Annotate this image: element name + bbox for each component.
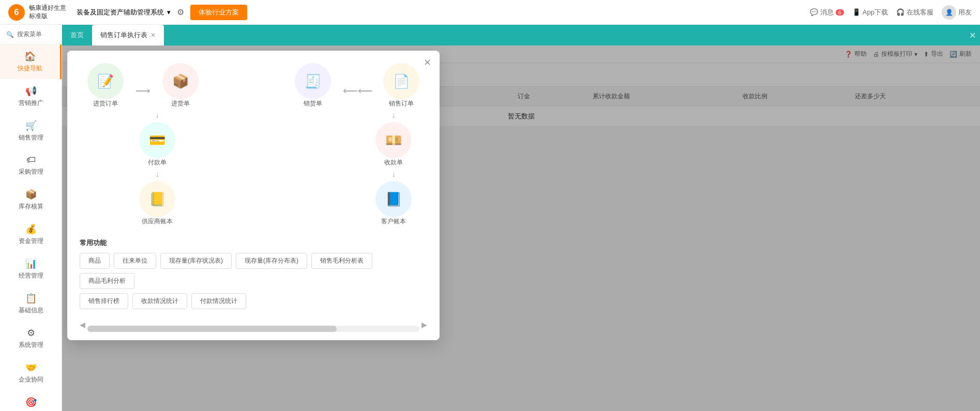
btn-product[interactable]: 商品 xyxy=(80,253,110,269)
arrow-down-payment: ↓ xyxy=(155,169,159,179)
sidebar-item-system[interactable]: ⚙ 系统管理 xyxy=(0,321,62,356)
common-section: 常用功能 商品 往来单位 现存量(库存状况表) 现存量(库存分布表) 销售毛利分… xyxy=(80,238,427,309)
arrow-down-purchase: ↓ xyxy=(155,110,159,120)
sales-bill-label: 销货单 xyxy=(304,99,322,108)
btn-payment-stat[interactable]: 付款情况统计 xyxy=(191,293,246,309)
sidebar-item-finance[interactable]: 💰 资金管理 xyxy=(0,217,62,252)
top-actions: 💬 消息 6 📱 App下载 🎧 在线客服 👤 用友 xyxy=(810,5,972,20)
message-icon: 💬 xyxy=(810,8,818,16)
sidebar-item-newbie[interactable]: 🎯 新手引导 xyxy=(0,390,62,411)
purchase-label: 进货单 xyxy=(171,99,190,108)
tab-bar: 首页 销售订单执行表 ✕ ✕ xyxy=(62,25,980,45)
newbie-icon: 🎯 xyxy=(25,397,37,408)
sidebar-item-marketing[interactable]: 📢 营销推广 xyxy=(0,79,62,114)
inventory-icon: 📦 xyxy=(25,189,37,200)
modal-close-btn[interactable]: ✕ xyxy=(424,57,431,68)
modal-scrollbar-row: ◀ ▶ xyxy=(80,317,427,332)
sidebar-item-inventory[interactable]: 📦 库存核算 xyxy=(0,182,62,217)
flow-col-sales-order: 📄 销售订单 xyxy=(375,63,427,108)
logo-text: 畅康通好生意 标准版 xyxy=(29,4,66,20)
sidebar-item-operations[interactable]: 📊 经营管理 xyxy=(0,252,62,286)
tab-close-all[interactable]: ✕ xyxy=(969,31,976,40)
customer-ledger-label: 客户账本 xyxy=(381,217,406,226)
scroll-right-arrow[interactable]: ▶ xyxy=(421,321,427,329)
sales-bill-node[interactable]: 🧾 xyxy=(295,63,331,99)
operations-icon: 📊 xyxy=(25,258,37,269)
sales-order-label: 销售订单 xyxy=(389,99,414,108)
btn-receipt-stat[interactable]: 收款情况统计 xyxy=(132,293,187,309)
settings-icon[interactable]: ⚙ xyxy=(177,7,184,17)
arrow-dashed-left: ⟵ ⟵ xyxy=(343,84,371,97)
arrow-down-sales-bill: ↓ xyxy=(391,110,396,120)
tab-home[interactable]: 首页 xyxy=(62,25,92,45)
search-menu[interactable]: 🔍 搜索菜单 xyxy=(0,25,62,44)
logo-area: 6 畅康通好生意 标准版 xyxy=(8,4,70,21)
purchase-icon: 🏷 xyxy=(26,155,36,165)
top-bar: 6 畅康通好生意 标准版 装备及固定资产辅助管理系统 ▾ ⚙ 体验行业方案 💬 … xyxy=(0,0,980,25)
online-service-btn[interactable]: 🎧 在线客服 xyxy=(896,8,933,17)
experience-btn[interactable]: 体验行业方案 xyxy=(190,5,247,20)
user-avatar: 👤 xyxy=(942,5,956,20)
tab-sales-order[interactable]: 销售订单执行表 ✕ xyxy=(92,25,164,45)
scroll-left-arrow[interactable]: ◀ xyxy=(80,321,85,329)
logo-icon: 6 xyxy=(8,4,25,21)
close-tab-icon[interactable]: ✕ xyxy=(150,32,156,39)
supplier-ledger-node[interactable]: 📒 xyxy=(139,181,175,217)
sidebar-item-sales[interactable]: 🛒 销售管理 xyxy=(0,114,62,148)
supplier-ledger-label: 供应商账本 xyxy=(142,217,173,226)
message-badge: 6 xyxy=(836,9,844,16)
btn-stock-status[interactable]: 现存量(库存状况表) xyxy=(160,253,232,269)
page-area: ❓ 帮助 🖨 按模板打印 ▾ ⬆ 导出 🔄 刷新 xyxy=(62,45,980,411)
customer-ledger-node[interactable]: 📘 xyxy=(375,181,412,217)
arrow-right-1: ⟶ xyxy=(135,84,150,97)
payment-label: 付款单 xyxy=(148,158,167,167)
btn-product-margin[interactable]: 商品毛利分析 xyxy=(80,273,134,289)
quick-icon: 🏠 xyxy=(24,51,36,62)
sidebar-item-purchase[interactable]: 🏷 采购管理 xyxy=(0,148,62,182)
sidebar-item-enterprise[interactable]: 🤝 企业协同 xyxy=(0,356,62,390)
app-icon: 📱 xyxy=(852,8,861,16)
sidebar: 🔍 搜索菜单 🏠 快捷导航 📢 营销推广 🛒 销售管理 🏷 采购管理 📦 库存核… xyxy=(0,25,62,411)
modal-overlay: ✕ 📝 进货订单 xyxy=(62,45,980,411)
sidebar-item-quick[interactable]: 🏠 快捷导航 xyxy=(0,44,62,79)
receipt-node[interactable]: 💴 xyxy=(375,122,412,158)
marketing-icon: 📢 xyxy=(25,85,37,97)
basicinfo-icon: 📋 xyxy=(25,293,37,304)
btn-sales-margin[interactable]: 销售毛利分析表 xyxy=(311,253,372,269)
flow-col-purchase-order: 📝 进货订单 xyxy=(80,63,131,108)
common-title: 常用功能 xyxy=(80,238,427,248)
sales-order-node[interactable]: 📄 xyxy=(383,63,419,99)
modal-scrollbar[interactable] xyxy=(87,326,419,332)
finance-icon: 💰 xyxy=(25,223,37,235)
message-btn[interactable]: 💬 消息 6 xyxy=(810,8,844,17)
payment-node[interactable]: 💳 xyxy=(139,122,175,158)
common-btns-row2: 销售排行榜 收款情况统计 付款情况统计 xyxy=(80,293,427,309)
main-content: 首页 销售订单执行表 ✕ ✕ ❓ 帮助 🖨 按模板打印 ▾ xyxy=(62,25,980,411)
main-layout: 🔍 搜索菜单 🏠 快捷导航 📢 营销推广 🛒 销售管理 🏷 采购管理 📦 库存核… xyxy=(0,25,980,411)
btn-counterpart[interactable]: 往来单位 xyxy=(114,253,156,269)
user-area[interactable]: 👤 用友 xyxy=(942,5,972,20)
btn-sales-ranking[interactable]: 销售排行榜 xyxy=(80,293,128,309)
enterprise-icon: 🤝 xyxy=(25,362,37,373)
system-title[interactable]: 装备及固定资产辅助管理系统 ▾ xyxy=(77,8,171,17)
purchase-order-label: 进货订单 xyxy=(93,99,118,108)
modal-box: ✕ 📝 进货订单 xyxy=(67,51,440,340)
service-icon: 🎧 xyxy=(896,8,904,16)
flow-col-purchase: 📦 进货单 xyxy=(155,63,206,108)
app-download-btn[interactable]: 📱 App下载 xyxy=(852,8,888,17)
search-icon: 🔍 xyxy=(6,31,14,38)
sidebar-item-basicinfo[interactable]: 📋 基础信息 xyxy=(0,286,62,321)
receipt-label: 收款单 xyxy=(384,158,403,167)
dropdown-icon: ▾ xyxy=(167,8,171,16)
scrollbar-thumb xyxy=(87,326,337,332)
flow-section: 📝 进货订单 ⟶ 📦 进货单 xyxy=(80,63,427,226)
btn-stock-dist[interactable]: 现存量(库存分布表) xyxy=(236,253,307,269)
system-icon: ⚙ xyxy=(27,327,35,339)
flow-col-sales-bill: 🧾 销货单 xyxy=(287,63,339,108)
purchase-node[interactable]: 📦 xyxy=(162,63,199,99)
sales-icon: 🛒 xyxy=(25,120,37,131)
purchase-order-node[interactable]: 📝 xyxy=(87,63,124,99)
arrow-down-receipt: ↓ xyxy=(391,169,396,179)
common-btns: 商品 往来单位 现存量(库存状况表) 现存量(库存分布表) 销售毛利分析表 商品… xyxy=(80,253,427,289)
